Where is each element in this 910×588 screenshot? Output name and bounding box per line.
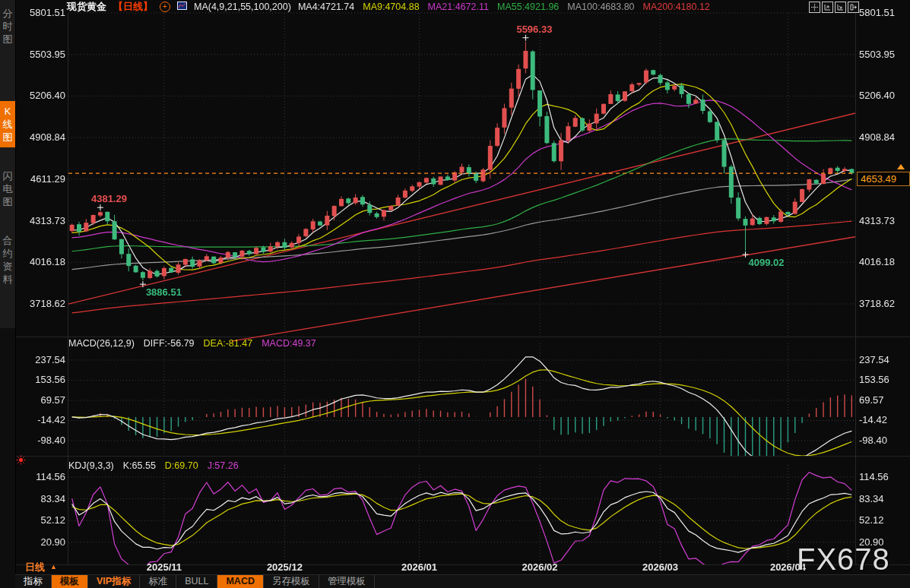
kdj-panel-header: KDJ(9,3,3)K:65.55D:69.70J:57.26 — [68, 460, 239, 471]
kdj-axis-label: 52.12 — [859, 514, 906, 526]
x-axis-date-label: 2025/12 — [258, 561, 311, 573]
kdj-axis-label: 114.56 — [859, 471, 906, 482]
macd-panel-header: MACD(26,12,9)DIFF:-56.79DEA:-81.47MACD:4… — [68, 338, 316, 349]
sidebar-tab-2[interactable]: K线图 — [0, 101, 15, 147]
macd-axis-label: 69.57 — [859, 394, 906, 406]
kdj-axis-label: 83.34 — [21, 493, 65, 504]
x-axis-date-label: 2026/01 — [393, 561, 446, 573]
macd-axis-label: -14.42 — [21, 414, 65, 425]
scale-axis-right-icon[interactable] — [835, 2, 846, 13]
macd-axis-label: -14.42 — [859, 414, 906, 425]
x-axis-date-label: 2025/11 — [138, 561, 191, 573]
kdj-header-label: J:57.26 — [208, 460, 239, 471]
mini-chart-icon[interactable] — [177, 2, 187, 12]
kdj-header-label: KDJ(9,3,3) — [68, 460, 114, 471]
current-price-tag: 4653.49 — [857, 172, 910, 186]
sidebar-tab-1[interactable]: 分时图 — [0, 3, 15, 49]
y-axis-label: 3718.62 — [21, 298, 65, 309]
kdj-axis-label: 83.34 — [859, 493, 906, 504]
ma-values: MA4:4721.74MA9:4704.88MA21:4672.11MA55:4… — [298, 2, 710, 12]
pan-exit-icon[interactable] — [848, 2, 859, 13]
y-axis-label: 5503.95 — [859, 49, 906, 60]
y-axis-label: 5503.95 — [21, 49, 65, 60]
ma-value-label: MA21:4672.11 — [428, 2, 489, 12]
x-axis-row: 日线 ▲ 2025/112025/122026/012026/022026/03… — [0, 558, 910, 574]
crosshair-icon[interactable] — [809, 2, 820, 13]
scale-axis-left-icon[interactable] — [822, 2, 833, 13]
ma-value-label: MA9:4704.88 — [363, 2, 419, 12]
x-axis-date-label: 2026/03 — [634, 561, 687, 573]
ma-value-label: MA100:4683.80 — [567, 2, 634, 12]
footer-tab-指标[interactable]: 指标 — [15, 575, 52, 588]
price-annotation: 5596.33 — [516, 24, 552, 35]
footer-tab-macd[interactable]: MACD — [217, 575, 264, 588]
watermark: FX678 — [797, 542, 890, 577]
ma-value-label: MA55:4921.96 — [497, 2, 559, 12]
footer-tab-vip指标[interactable]: VIP指标 — [88, 575, 140, 588]
period-dropdown[interactable]: 日线 — [25, 561, 45, 574]
y-axis-label: 4016.18 — [859, 256, 906, 267]
macd-axis-label: 153.56 — [21, 374, 65, 385]
ma-value-label: MA4:4721.74 — [298, 2, 354, 12]
x-axis-date-label: 2026/02 — [513, 561, 566, 573]
y-axis-label: 4908.84 — [21, 131, 65, 143]
ma-value-label: MA200:4180.12 — [643, 2, 710, 12]
price-annotation: 4099.02 — [748, 257, 784, 268]
footer-tab-bar: 指标模板VIP指标标准BULLMACD另存模板管理模板 — [15, 574, 910, 588]
sidebar-tab-4[interactable]: 合约资料 — [0, 230, 15, 289]
macd-axis-label: 153.56 — [859, 374, 906, 385]
y-axis-label: 5801.51 — [21, 7, 65, 18]
footer-tab-模板[interactable]: 模板 — [52, 575, 88, 588]
macd-header-label: MACD(26,12,9) — [68, 338, 135, 349]
period-tag: 【日线】 — [113, 0, 153, 14]
kdj-header-label: D:69.70 — [165, 460, 198, 471]
macd-axis-label: -98.40 — [859, 435, 906, 446]
macd-axis-label: 237.54 — [859, 354, 906, 365]
macd-header-label: DEA:-81.47 — [204, 338, 253, 349]
kdj-axis-label: 52.12 — [21, 514, 65, 526]
footer-tab-bull[interactable]: BULL — [176, 575, 217, 588]
macd-axis-label: 237.54 — [21, 354, 65, 365]
y-axis-label: 5206.40 — [21, 90, 65, 101]
y-axis-label: 4908.84 — [859, 131, 906, 143]
kdj-axis-label: 20.90 — [21, 536, 65, 548]
price-annotation: 3886.51 — [146, 286, 182, 298]
macd-axis-label: 69.57 — [21, 394, 65, 406]
macd-axis-label: -98.40 — [21, 435, 65, 446]
footer-tab-管理模板[interactable]: 管理模板 — [319, 575, 375, 588]
kdj-axis-label: 114.56 — [21, 471, 65, 482]
y-axis-label: 4313.73 — [21, 215, 65, 226]
alert-icon — [16, 454, 26, 468]
sidebar-tab-3[interactable]: 闪电图 — [0, 166, 15, 212]
sidebar: 分时图K线图闪电图合约资料 — [0, 0, 16, 588]
y-axis-label: 5206.40 — [859, 90, 906, 101]
footer-tab-另存模板[interactable]: 另存模板 — [264, 575, 319, 588]
macd-header-label: DIFF:-56.79 — [144, 338, 195, 349]
y-axis-label: 3718.62 — [859, 298, 906, 309]
period-dropdown-arrow-icon[interactable]: ▲ — [50, 563, 57, 571]
ma-group-label: MA(4,9,21,55,100,200) — [194, 2, 291, 12]
macd-header-label: MACD:49.37 — [262, 338, 316, 349]
kdj-header-label: K:65.55 — [123, 460, 156, 471]
price-annotation: 4381.29 — [91, 193, 127, 204]
chart-tool-buttons — [809, 2, 859, 13]
symbol-title: 现货黄金 — [67, 0, 106, 14]
add-indicator-icon[interactable]: + — [160, 2, 170, 12]
y-axis-label: 4313.73 — [859, 215, 906, 226]
footer-tab-标准[interactable]: 标准 — [140, 575, 176, 588]
y-axis-label: 5801.51 — [859, 7, 906, 18]
chart-header: 现货黄金 【日线】 + MA(4,9,21,55,100,200) MA4:47… — [67, 0, 710, 13]
chart-canvas[interactable] — [0, 0, 910, 588]
price-arrow-icon — [897, 164, 905, 169]
y-axis-label: 4611.29 — [21, 173, 65, 185]
y-axis-label: 4016.18 — [21, 256, 65, 267]
